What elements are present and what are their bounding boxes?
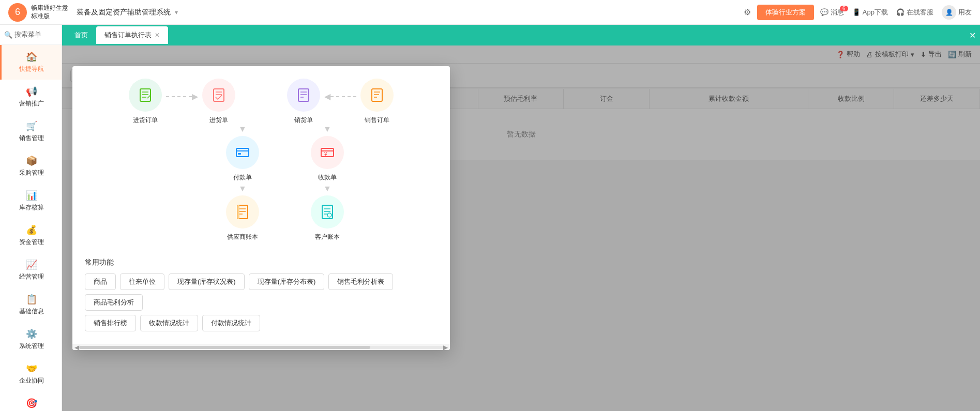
finance-icon: 💰: [26, 224, 37, 236]
flow-node-sales-bill[interactable]: 销货单: [287, 79, 320, 125]
sidebar: 🔍 搜索菜单 🏠 快捷导航 📢 营销推广 🛒 销售管理 📦 采购管理 📊: [0, 25, 62, 411]
scrollbar-right-arrow[interactable]: ▶: [443, 344, 448, 351]
svg-rect-11: [372, 89, 382, 101]
func-btn-sales-profit[interactable]: 销售毛利分析表: [328, 273, 393, 290]
sidebar-label-quick-nav: 快捷导航: [19, 65, 44, 73]
sidebar-item-inventory[interactable]: 📊 库存核算: [0, 184, 62, 218]
gear-icon[interactable]: ⚙: [744, 7, 751, 17]
flow-node-receipt-bill[interactable]: ¥ 收款单: [311, 136, 344, 182]
phone-icon: 📱: [852, 8, 861, 16]
svg-point-30: [327, 213, 331, 217]
func-btn-collection-stat[interactable]: 收款情况统计: [140, 315, 198, 331]
sidebar-item-basic-info[interactable]: 📋 基础信息: [0, 287, 62, 322]
sidebar-label-marketing: 营销推广: [19, 99, 44, 108]
modal-content: 进货订单 ▶: [72, 66, 450, 344]
sales-icon: 🛒: [26, 120, 37, 132]
func-btn-product-profit[interactable]: 商品毛利分析: [85, 294, 143, 311]
sidebar-label-cooperation: 企业协同: [19, 376, 44, 385]
operations-icon: 📈: [26, 259, 37, 270]
page-content: ❓ 帮助 🖨 按模板打印 ▾ ⬇ 导出 🔄 刷新: [62, 45, 980, 411]
flow-node-customer-ledger[interactable]: 客户账本: [311, 195, 344, 241]
sidebar-item-system[interactable]: ⚙️ 系统管理: [0, 322, 62, 357]
header-right: 💬 消息 6 📱 App下载 🎧 在线客服 👤 用友: [820, 5, 972, 20]
sidebar-item-sales[interactable]: 🛒 销售管理: [0, 114, 62, 149]
sidebar-label-operations: 经营管理: [19, 272, 44, 281]
purchase-order-label: 进货订单: [133, 116, 158, 125]
tab-home-label: 首页: [74, 31, 88, 40]
purchase-bill-circle: [202, 79, 235, 112]
modal-scrollbar[interactable]: ◀ ▶: [72, 344, 450, 350]
logo-area: 6 畅康通好生意 标准版: [8, 3, 70, 22]
func-btn-stock-status[interactable]: 现存量(库存状况表): [169, 273, 245, 290]
quick-nav-modal: 进货订单 ▶: [72, 66, 450, 350]
sales-order-label: 销售订单: [365, 116, 389, 125]
flow-node-purchase-order[interactable]: 进货订单: [129, 79, 162, 125]
dropdown-arrow-icon[interactable]: ▾: [175, 9, 178, 16]
function-buttons-row2: 销售排行榜 收款情况统计 付款情况统计: [85, 315, 438, 331]
svg-rect-23: [321, 148, 334, 157]
flow-node-supplier-ledger[interactable]: 供应商账本: [226, 195, 259, 241]
flow-node-purchase-bill[interactable]: 进货单: [202, 79, 235, 125]
user-action[interactable]: 👤 用友: [942, 5, 972, 20]
sidebar-search-label: 搜索菜单: [14, 30, 41, 39]
svg-rect-22: [237, 205, 239, 219]
purchase-icon: 📦: [26, 155, 37, 166]
system-title: 装备及固定资产辅助管理系统 ▾: [77, 8, 737, 17]
customer-ledger-circle: [311, 195, 344, 229]
tab-sales-order-execution[interactable]: 销售订单执行表 ✕: [96, 26, 168, 44]
inventory-icon: 📊: [26, 190, 37, 201]
top-header: 6 畅康通好生意 标准版 装备及固定资产辅助管理系统 ▾ ⚙ 体验行业方案 💬 …: [0, 0, 980, 25]
sidebar-label-finance: 资金管理: [19, 238, 44, 247]
sidebar-label-sales: 销售管理: [19, 134, 44, 143]
sidebar-item-newbie[interactable]: 🎯 新手引导: [0, 391, 62, 411]
sidebar-search[interactable]: 🔍 搜索菜单: [0, 25, 62, 45]
scrollbar-thumb: [79, 346, 370, 349]
sidebar-item-marketing[interactable]: 📢 营销推广: [0, 80, 62, 114]
sidebar-label-basic-info: 基础信息: [19, 307, 44, 316]
sidebar-item-finance[interactable]: 💰 资金管理: [0, 218, 62, 253]
supplier-ledger-circle: [226, 195, 259, 229]
sidebar-item-purchase[interactable]: 📦 采购管理: [0, 149, 62, 184]
message-badge: 6: [840, 6, 848, 11]
tab-home[interactable]: 首页: [66, 26, 96, 44]
tab-bar-close-icon[interactable]: ✕: [969, 31, 976, 40]
trial-button[interactable]: 体验行业方案: [757, 5, 814, 20]
flow-node-sales-order[interactable]: 销售订单: [360, 79, 394, 125]
modal-overlay[interactable]: 进货订单 ▶: [62, 45, 980, 411]
payment-bill-circle: [226, 136, 259, 169]
sidebar-label-system: 系统管理: [19, 342, 44, 351]
func-btn-counterpart[interactable]: 往来单位: [120, 273, 164, 290]
tab-close-icon[interactable]: ✕: [155, 32, 160, 39]
logo-icon: 6: [8, 3, 27, 22]
online-service-action[interactable]: 🎧 在线客服: [896, 8, 933, 17]
marketing-icon: 📢: [26, 86, 37, 97]
purchase-bill-label: 进货单: [209, 116, 228, 125]
message-action[interactable]: 💬 消息 6: [820, 8, 844, 17]
sidebar-item-operations[interactable]: 📈 经营管理: [0, 253, 62, 287]
sales-order-circle: [360, 79, 394, 112]
sidebar-item-cooperation[interactable]: 🤝 企业协同: [0, 357, 62, 391]
flow-node-payment-bill[interactable]: 付款单: [226, 136, 259, 182]
home-icon: 🏠: [26, 51, 37, 63]
customer-ledger-label: 客户账本: [315, 233, 340, 241]
purchase-order-circle: [129, 79, 162, 112]
scrollbar-left-arrow[interactable]: ◀: [74, 344, 79, 351]
newbie-icon: 🎯: [26, 398, 37, 409]
logo-text: 畅康通好生意 标准版: [31, 4, 68, 20]
tab-sales-order-label: 销售订单执行表: [104, 31, 152, 40]
func-btn-stock-dist[interactable]: 现存量(库存分布表): [249, 273, 325, 290]
svg-rect-7: [298, 89, 309, 101]
func-btn-product[interactable]: 商品: [85, 273, 116, 290]
headset-icon: 🎧: [896, 8, 904, 16]
basic-info-icon: 📋: [26, 294, 37, 305]
sidebar-item-quick-nav[interactable]: 🏠 快捷导航: [0, 45, 62, 80]
sidebar-label-purchase: 采购管理: [19, 169, 44, 177]
app-download-action[interactable]: 📱 App下载: [852, 8, 888, 17]
func-btn-sales-rank[interactable]: 销售排行榜: [85, 315, 136, 331]
function-buttons: 商品 往来单位 现存量(库存状况表) 现存量(库存分布表) 销售毛利分析表 商品…: [85, 273, 438, 311]
scrollbar-track: [79, 346, 443, 349]
func-btn-payment-stat[interactable]: 付款情况统计: [202, 315, 260, 331]
sidebar-label-inventory: 库存核算: [19, 203, 44, 212]
svg-rect-17: [238, 153, 241, 155]
receipt-bill-label: 收款单: [318, 173, 337, 182]
